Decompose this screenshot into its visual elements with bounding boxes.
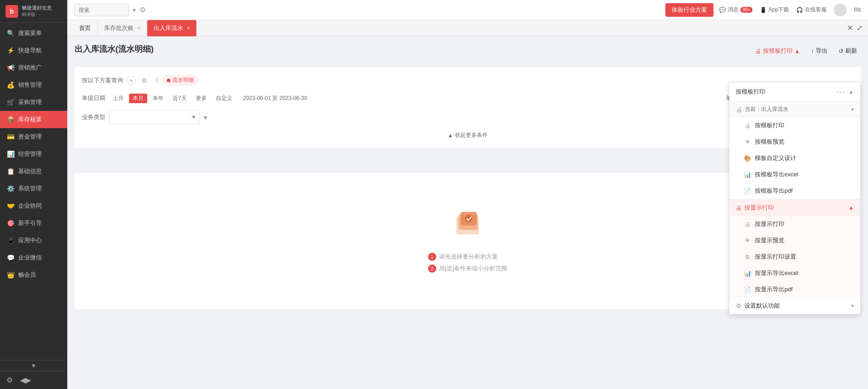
dropdown-display-export-pdf[interactable]: 📄 按显示导出pdf bbox=[729, 281, 860, 298]
sidebar-item-purchase[interactable]: 🛒 采购管理 bbox=[0, 94, 67, 111]
print-action-button[interactable]: 🖨 按模板打印 ▲ bbox=[752, 45, 804, 57]
filter-subitem-tag[interactable]: 流水明细 bbox=[162, 75, 199, 86]
collapse-sidebar-icon[interactable]: ◀▶ bbox=[20, 376, 31, 384]
date-shortcut-this-month[interactable]: 本月 bbox=[129, 94, 147, 103]
sidebar-item-marketing[interactable]: 📢 营销推广 bbox=[0, 59, 67, 76]
inventory-icon: 📦 bbox=[6, 115, 15, 124]
tabbar: 首页 库存批次账 × 出入库流水 × ✕ ⤢ bbox=[67, 20, 868, 36]
current-icon: 🖨 bbox=[736, 106, 742, 113]
sidebar-item-operations[interactable]: 📊 经营管理 bbox=[0, 145, 67, 163]
date-shortcut-custom[interactable]: 自定义 bbox=[212, 94, 236, 103]
display-section-header[interactable]: 🖨 按显示打印 ▲ bbox=[729, 199, 860, 216]
service-label: 在线客服 bbox=[805, 6, 827, 14]
sidebar-item-inventory[interactable]: 📦 库存核算 bbox=[0, 111, 67, 128]
sidebar-item-member[interactable]: 👑 畅会员 bbox=[0, 266, 67, 284]
service-button[interactable]: 🎧 在线客服 bbox=[796, 6, 827, 14]
app-logo: b 畅捷通好生意 标准版 bbox=[0, 0, 67, 23]
date-shortcut-more[interactable]: 更多 bbox=[192, 94, 210, 103]
sidebar-item-label: 企业微信 bbox=[18, 254, 42, 262]
notification-button[interactable]: 💬 消息 99+ bbox=[719, 6, 753, 14]
filter-add-button[interactable]: + bbox=[127, 76, 136, 85]
refresh-action-button[interactable]: ↺ 刷新 bbox=[835, 45, 861, 57]
dropdown-display-settings[interactable]: ⚙ 按显示打印设置 bbox=[729, 249, 860, 265]
sidebar-item-sales[interactable]: 💰 销售管理 bbox=[0, 76, 67, 94]
date-shortcut-this-year[interactable]: 本年 bbox=[149, 94, 167, 103]
quick-nav-icon: ⚡ bbox=[6, 46, 15, 55]
sidebar-item-guide[interactable]: 🎯 新手引导 bbox=[0, 214, 67, 232]
filter-collapse-icon[interactable]: 《 bbox=[152, 76, 159, 85]
default-function-chevron-icon[interactable]: ▾ bbox=[851, 303, 854, 309]
avatar[interactable] bbox=[834, 4, 847, 16]
default-function-row[interactable]: ⚙ 设置默认功能 ▾ bbox=[729, 298, 860, 314]
headset-icon: 🎧 bbox=[796, 7, 803, 13]
print-label: 按模板打印 bbox=[763, 47, 793, 55]
collab-icon: 🤝 bbox=[6, 202, 15, 210]
sidebar-item-search[interactable]: 🔍 搜索菜单 bbox=[0, 25, 67, 42]
filter-item-date: 单据日期 上月 本月 本年 近7天 更多 自定义 2023-06-01 至 20… bbox=[82, 94, 307, 103]
display-section-icon: 🖨 bbox=[736, 204, 742, 211]
dropdown-item-label: 按显示导出excel bbox=[755, 269, 798, 277]
tab-flow[interactable]: 出入库流水 × bbox=[147, 20, 197, 36]
date-shortcut-7days[interactable]: 近7天 bbox=[169, 94, 190, 103]
pdf-icon: 📄 bbox=[744, 187, 751, 194]
topbar-right: 💬 消息 99+ 📱 App下载 🎧 在线客服 Rit bbox=[719, 4, 861, 16]
empty-state-icon bbox=[449, 207, 486, 244]
dropdown-item-label: 按模板导出excel bbox=[755, 170, 798, 179]
sidebar-item-basic[interactable]: 📋 基础信息 bbox=[0, 163, 67, 180]
current-chevron-icon[interactable]: ▾ bbox=[851, 106, 854, 113]
design-icon: 🎨 bbox=[744, 155, 751, 162]
sidebar-item-system[interactable]: ⚙️ 系统管理 bbox=[0, 180, 67, 197]
sidebar-scroll-down[interactable]: ▼ bbox=[0, 360, 67, 371]
date-shortcut-last-month[interactable]: 上月 bbox=[109, 94, 127, 103]
dropdown-dots-icon[interactable]: ⋯ bbox=[837, 87, 845, 97]
tab-close-icon[interactable]: × bbox=[137, 25, 140, 31]
biz-type-more-icon[interactable]: ▾ bbox=[204, 113, 207, 122]
dropdown-display-export-excel[interactable]: 📊 按显示导出excel bbox=[729, 265, 860, 281]
app-download-button[interactable]: 📱 App下载 bbox=[760, 6, 789, 14]
sidebar-item-finance[interactable]: 💳 资金管理 bbox=[0, 128, 67, 145]
logo-icon: b bbox=[5, 5, 18, 18]
settings-bottom-icon[interactable]: ⚙ bbox=[6, 376, 13, 384]
biz-type-select[interactable] bbox=[109, 110, 200, 124]
tab-batch[interactable]: 库存批次账 × bbox=[98, 20, 147, 36]
sidebar-item-quick-nav[interactable]: ⚡ 快捷导航 bbox=[0, 42, 67, 59]
content-area: 出入库流水(流水明细) 🖨 按模板打印 ▲ ↑ 导出 ↺ 刷新 bbox=[67, 36, 868, 389]
svg-point-3 bbox=[465, 215, 472, 222]
sidebar-item-app-center[interactable]: 📱 应用中心 bbox=[0, 232, 67, 249]
subitem-dot-icon bbox=[167, 79, 170, 82]
system-icon: ⚙️ bbox=[6, 185, 15, 193]
dropdown-display-print[interactable]: 🖨 按显示打印 bbox=[729, 216, 860, 232]
trial-button[interactable]: 体验行业方案 bbox=[665, 3, 713, 17]
display-section-chevron-icon[interactable]: ▲ bbox=[848, 204, 854, 211]
expand-icon[interactable]: ⤢ bbox=[857, 24, 863, 32]
dropdown-template-export-excel[interactable]: 📊 按模板导出excel bbox=[729, 166, 860, 183]
purchase-icon: 🛒 bbox=[6, 98, 15, 106]
dropdown-template-custom[interactable]: 🎨 模板自定义设计 bbox=[729, 150, 860, 166]
dropdown-item-label: 按模板预览 bbox=[755, 138, 784, 146]
print-icon: 🖨 bbox=[744, 122, 751, 129]
dropdown-template-preview[interactable]: 👁 按模板预览 bbox=[729, 134, 860, 150]
sidebar-item-collab[interactable]: 🤝 企业协同 bbox=[0, 197, 67, 214]
display-print-icon: 🖨 bbox=[744, 220, 751, 228]
tip2-text: 用[选]条件来缩小分析范围 bbox=[439, 263, 507, 274]
dropdown-template-export-pdf[interactable]: 📄 按模板导出pdf bbox=[729, 183, 860, 199]
export-icon: ↑ bbox=[811, 48, 814, 55]
dropdown-template-print[interactable]: 🖨 按模板打印 bbox=[729, 117, 860, 134]
username-label[interactable]: Rit bbox=[854, 7, 861, 13]
sidebar-item-label: 销售管理 bbox=[18, 81, 42, 89]
operations-icon: 📊 bbox=[6, 150, 15, 158]
display-section-label: 🖨 按显示打印 bbox=[736, 204, 774, 212]
tab-close-active-icon[interactable]: × bbox=[187, 25, 190, 31]
excel-icon: 📊 bbox=[744, 171, 751, 178]
close-all-tabs-icon[interactable]: ✕ bbox=[847, 24, 853, 32]
tab-actions: ✕ ⤢ bbox=[847, 24, 863, 32]
filter-settings-icon[interactable]: ⚙ bbox=[140, 76, 149, 85]
tab-home[interactable]: 首页 bbox=[73, 20, 98, 36]
topbar-gear-icon[interactable]: ⚙ bbox=[140, 5, 146, 14]
search-input[interactable] bbox=[75, 4, 129, 16]
dropdown-display-preview[interactable]: 👁 按显示预览 bbox=[729, 232, 860, 249]
sidebar-item-wechat[interactable]: 💬 企业微信 bbox=[0, 249, 67, 266]
search-dropdown-icon[interactable]: ▾ bbox=[133, 6, 136, 14]
chevron-up-dropdown-icon[interactable]: ▲ bbox=[848, 89, 854, 95]
export-action-button[interactable]: ↑ 导出 bbox=[808, 45, 832, 57]
